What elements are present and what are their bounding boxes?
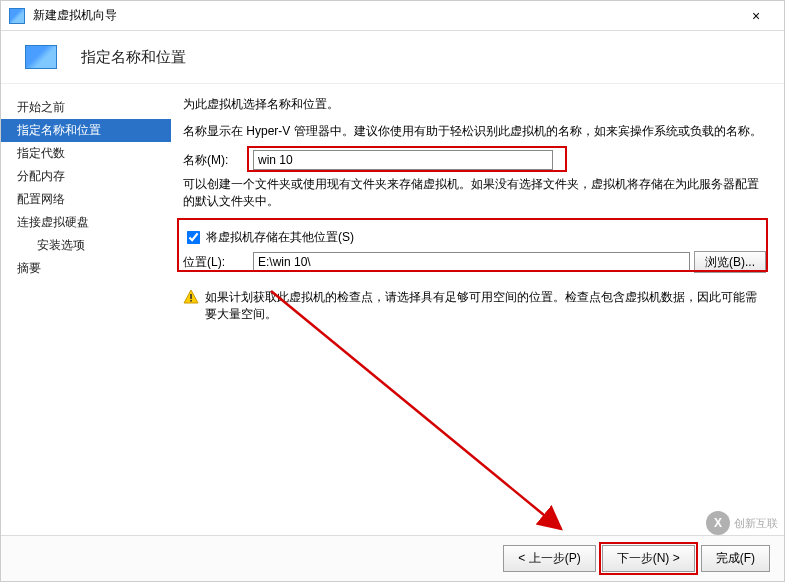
sidebar-item-3[interactable]: 分配内存 (1, 165, 171, 188)
watermark: X 创新互联 (706, 511, 778, 535)
wizard-header: 指定名称和位置 (1, 31, 784, 84)
location-row: 位置(L): 浏览(B)... (183, 251, 766, 273)
store-section: 将虚拟机存储在其他位置(S) 位置(L): 浏览(B)... (183, 220, 766, 281)
sidebar-item-5[interactable]: 连接虚拟硬盘 (1, 211, 171, 234)
sidebar-item-7[interactable]: 摘要 (1, 257, 171, 280)
window-icon (9, 8, 25, 24)
name-label: 名称(M): (183, 152, 253, 169)
warning-icon (183, 289, 199, 305)
location-input[interactable] (253, 252, 690, 272)
browse-button[interactable]: 浏览(B)... (694, 251, 766, 273)
window-title: 新建虚拟机向导 (33, 7, 736, 24)
location-label: 位置(L): (183, 254, 253, 271)
store-checkbox-row: 将虚拟机存储在其他位置(S) (183, 228, 766, 247)
content-pane: 为此虚拟机选择名称和位置。 名称显示在 Hyper-V 管理器中。建议你使用有助… (171, 84, 784, 534)
name-row: 名称(M): (183, 150, 766, 170)
watermark-icon: X (706, 511, 730, 535)
sidebar-item-0[interactable]: 开始之前 (1, 96, 171, 119)
next-button[interactable]: 下一步(N) > (602, 545, 695, 572)
sidebar-item-2[interactable]: 指定代数 (1, 142, 171, 165)
svg-rect-1 (190, 294, 192, 299)
store-checkbox-label: 将虚拟机存储在其他位置(S) (206, 229, 354, 246)
store-description: 可以创建一个文件夹或使用现有文件夹来存储虚拟机。如果没有选择文件夹，虚拟机将存储… (183, 176, 766, 210)
header-icon (25, 45, 57, 69)
footer: < 上一步(P) 下一步(N) > 完成(F) (1, 535, 784, 581)
warning-text: 如果计划获取此虚拟机的检查点，请选择具有足够可用空间的位置。检查点包含虚拟机数据… (205, 289, 766, 323)
watermark-text: 创新互联 (734, 516, 778, 531)
close-button[interactable]: × (736, 8, 776, 24)
svg-rect-2 (190, 300, 192, 302)
sidebar: 开始之前指定名称和位置指定代数分配内存配置网络连接虚拟硬盘安装选项摘要 (1, 84, 171, 534)
name-input[interactable] (253, 150, 553, 170)
wizard-body: 开始之前指定名称和位置指定代数分配内存配置网络连接虚拟硬盘安装选项摘要 为此虚拟… (1, 84, 784, 534)
prev-button[interactable]: < 上一步(P) (503, 545, 595, 572)
name-description: 名称显示在 Hyper-V 管理器中。建议你使用有助于轻松识别此虚拟机的名称，如… (183, 123, 766, 140)
sidebar-item-1[interactable]: 指定名称和位置 (1, 119, 171, 142)
finish-button[interactable]: 完成(F) (701, 545, 770, 572)
titlebar: 新建虚拟机向导 × (1, 1, 784, 31)
warning-row: 如果计划获取此虚拟机的检查点，请选择具有足够可用空间的位置。检查点包含虚拟机数据… (183, 289, 766, 323)
sidebar-item-4[interactable]: 配置网络 (1, 188, 171, 211)
intro-text: 为此虚拟机选择名称和位置。 (183, 96, 766, 113)
store-checkbox[interactable] (187, 231, 201, 245)
header-title: 指定名称和位置 (81, 48, 186, 67)
sidebar-item-6[interactable]: 安装选项 (1, 234, 171, 257)
